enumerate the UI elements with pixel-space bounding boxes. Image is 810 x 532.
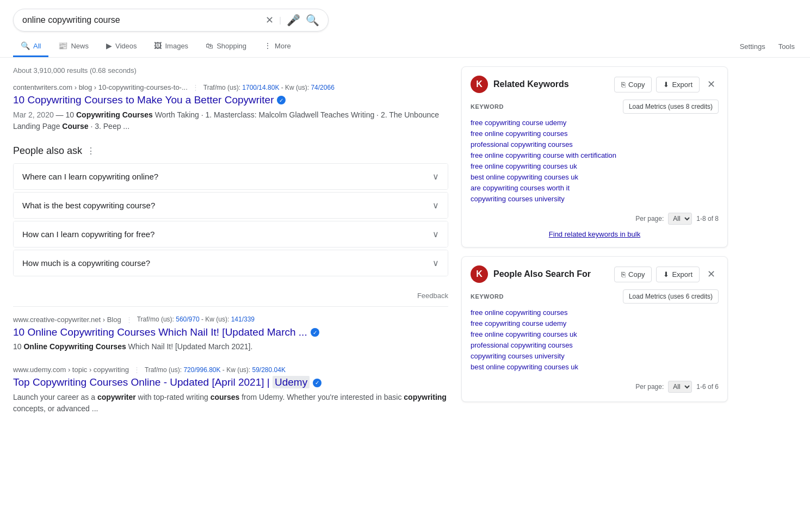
main-layout: About 3,910,000 results (0.68 seconds) c… <box>0 58 810 436</box>
paa-question-text-3: How much is a copywriting course? <box>22 258 150 268</box>
result-url-1: contentwriters.com › blog › 10-copywriti… <box>13 83 188 91</box>
paa-question-3[interactable]: How much is a copywriting course? ∨ <box>14 250 448 276</box>
tab-all[interactable]: 🔍 All <box>13 36 48 57</box>
result-url-line-3: www.udemy.com › topic › copywriting ⋮ Tr… <box>13 366 448 374</box>
list-item: free online copywriting courses <box>471 308 719 317</box>
pagination-pas: 1-6 of 6 <box>696 383 719 391</box>
result-snippet-2: 10 Online Copywriting Courses Which Nail… <box>13 341 448 352</box>
per-page-select-related[interactable]: All 10 25 <box>668 213 692 225</box>
keyword-column-label-related: KEYWORD <box>471 103 504 110</box>
result-title-3[interactable]: Top Copywriting Courses Online - Updated… <box>13 376 448 389</box>
list-item: professional copywriting courses <box>471 140 719 149</box>
chevron-down-icon-1: ∨ <box>432 200 439 211</box>
pagination-related: 1-8 of 8 <box>696 215 719 222</box>
per-page-select-pas[interactable]: All 10 25 <box>668 381 692 393</box>
pas-keyword-link-5[interactable]: best online copywriting courses uk <box>471 363 578 371</box>
paa-item-2: How can I learn copywriting for free? ∨ <box>13 221 448 248</box>
pas-logo: K <box>471 265 488 283</box>
paa-item-1: What is the best copywriting course? ∨ <box>13 192 448 219</box>
paa-question-0[interactable]: Where can I learn copywriting online? ∨ <box>14 164 448 189</box>
paa-question-1[interactable]: What is the best copywriting course? ∨ <box>14 193 448 218</box>
result-url-line: contentwriters.com › blog › 10-copywriti… <box>13 83 448 91</box>
search-result-3: www.udemy.com › topic › copywriting ⋮ Tr… <box>13 366 448 415</box>
paa-section: People also ask ⋮ Where can I learn copy… <box>13 145 448 276</box>
keyword-column-label-pas: KEYWORD <box>471 293 504 300</box>
keyword-link-6[interactable]: are copywriting courses worth it <box>471 184 570 192</box>
find-related-link: Find related keywords in bulk <box>471 230 719 238</box>
tab-shopping-label: Shopping <box>217 42 246 50</box>
card-keyword-header-pas: KEYWORD Load Metrics (uses 6 credits) <box>471 289 719 304</box>
close-button-pas[interactable]: ✕ <box>704 267 719 281</box>
tab-images[interactable]: 🖼 Images <box>146 36 196 57</box>
export-icon-related: ⬇ <box>663 81 669 89</box>
paa-header: People also ask ⋮ <box>13 145 448 157</box>
verified-badge-3: ✓ <box>313 379 321 387</box>
list-item: professional copywriting courses <box>471 341 719 349</box>
list-item: free online copywriting courses uk <box>471 330 719 338</box>
keyword-link-1[interactable]: free online copywriting courses <box>471 129 567 138</box>
pas-keyword-link-1[interactable]: free copywriting course udemy <box>471 319 566 327</box>
result-traf-1: Traf/mo (us): 1700/14.80K - Kw (us): 74/… <box>203 84 335 91</box>
keyword-link-3[interactable]: free online copywriting course with cert… <box>471 151 616 159</box>
tools-link[interactable]: Tools <box>776 37 797 56</box>
search-input[interactable] <box>22 15 265 25</box>
settings-link[interactable]: Settings <box>738 37 768 56</box>
pas-keyword-link-2[interactable]: free online copywriting courses uk <box>471 330 577 338</box>
keyword-link-7[interactable]: copywriting courses university <box>471 195 565 203</box>
search-button[interactable]: 🔍 <box>306 14 319 27</box>
list-item: free copywriting course udemy <box>471 118 719 127</box>
news-icon: 📰 <box>58 41 67 50</box>
feedback-line: Feedback <box>13 289 448 307</box>
paa-menu-icon[interactable]: ⋮ <box>86 146 95 156</box>
card-actions-pas: ⎘ Copy ⬇ Export ✕ <box>614 267 719 282</box>
tab-videos[interactable]: ▶ Videos <box>98 36 145 57</box>
paa-question-2[interactable]: How can I learn copywriting for free? ∨ <box>14 221 448 247</box>
paa-item-0: Where can I learn copywriting online? ∨ <box>13 163 448 190</box>
keyword-link-5[interactable]: best online copywriting courses uk <box>471 173 578 181</box>
keyword-link-4[interactable]: free online copywriting courses uk <box>471 162 577 170</box>
images-icon: 🖼 <box>154 41 162 50</box>
copy-button-pas[interactable]: ⎘ Copy <box>614 267 652 282</box>
paa-question-text-0: Where can I learn copywriting online? <box>22 172 158 181</box>
close-button-related[interactable]: ✕ <box>704 77 719 91</box>
pas-keyword-link-0[interactable]: free online copywriting courses <box>471 308 567 317</box>
export-button-pas[interactable]: ⬇ Export <box>656 267 700 282</box>
all-icon: 🔍 <box>21 41 30 50</box>
tab-images-label: Images <box>165 42 188 50</box>
export-icon-pas: ⬇ <box>663 270 669 279</box>
keyword-link-2[interactable]: professional copywriting courses <box>471 140 573 149</box>
pas-keyword-link-4[interactable]: copywriting courses university <box>471 352 565 360</box>
result-traf-3: Traf/mo (us): 720/996.80K - Kw (us): 59/… <box>145 366 286 374</box>
copy-icon-pas: ⎘ <box>621 270 626 279</box>
search-result: contentwriters.com › blog › 10-copywriti… <box>13 83 448 132</box>
feedback-link[interactable]: Feedback <box>417 292 448 300</box>
videos-icon: ▶ <box>106 41 112 50</box>
per-page-label-related: Per page: <box>635 215 664 222</box>
load-metrics-button-related[interactable]: Load Metrics (uses 8 credits) <box>623 100 719 114</box>
chevron-down-icon-3: ∨ <box>432 258 439 268</box>
keyword-link-0[interactable]: free copywriting course udemy <box>471 119 566 127</box>
tab-shopping[interactable]: 🛍 Shopping <box>198 36 254 57</box>
load-metrics-button-pas[interactable]: Load Metrics (uses 6 credits) <box>623 289 719 304</box>
tab-news-label: News <box>71 42 89 50</box>
tab-news[interactable]: 📰 News <box>51 36 96 57</box>
result-title-1[interactable]: 10 Copywriting Courses to Make You a Bet… <box>13 94 448 107</box>
pas-keyword-link-3[interactable]: professional copywriting courses <box>471 341 573 349</box>
list-item: best online copywriting courses uk <box>471 172 719 181</box>
card-footer-pas: Per page: All 10 25 1-6 of 6 <box>471 376 719 393</box>
tab-more[interactable]: ⋮ More <box>256 36 299 57</box>
mic-icon[interactable]: 🎤 <box>287 14 300 27</box>
tab-more-label: More <box>275 42 291 50</box>
export-button-related[interactable]: ⬇ Export <box>656 77 700 92</box>
card-actions-related: ⎘ Copy ⬇ Export ✕ <box>614 77 719 92</box>
copy-button-related[interactable]: ⎘ Copy <box>614 77 652 92</box>
related-keywords-title: Related Keywords <box>493 79 609 89</box>
per-page-label-pas: Per page: <box>635 383 664 391</box>
list-item: best online copywriting courses uk <box>471 362 719 371</box>
result-title-2[interactable]: 10 Online Copywriting Courses Which Nail… <box>13 326 448 339</box>
result-snippet-1: Mar 2, 2020 — 10 Copywriting Courses Wor… <box>13 109 448 132</box>
find-related-keywords-bulk-link[interactable]: Find related keywords in bulk <box>549 230 640 238</box>
search-bar-icons: ✕ | 🎤 🔍 <box>265 14 319 27</box>
settings-tools: Settings Tools <box>738 37 797 56</box>
clear-icon[interactable]: ✕ <box>265 14 274 26</box>
